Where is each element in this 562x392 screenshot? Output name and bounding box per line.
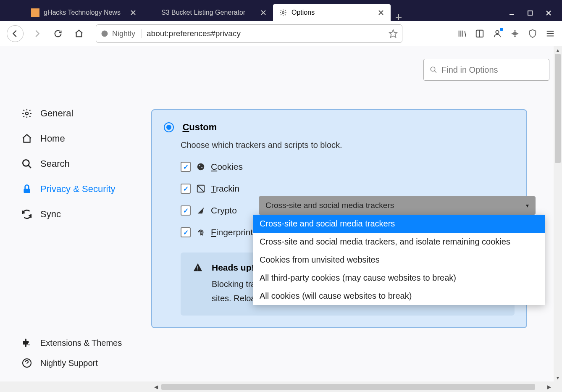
shield-icon[interactable] xyxy=(528,29,538,39)
scroll-right-arrow-icon[interactable]: ▶ xyxy=(544,384,554,390)
tab-label: gHacks Technology News xyxy=(44,9,121,16)
svg-point-0 xyxy=(282,12,284,14)
back-button[interactable] xyxy=(7,25,24,42)
scroll-left-arrow-icon[interactable]: ◀ xyxy=(151,384,160,390)
crypto-checkbox[interactable]: ✓ xyxy=(181,205,191,216)
tab-s3[interactable]: S3 Bucket Listing Generator xyxy=(143,4,273,21)
prefs-sidebar: General Home Search Privacy & Security S… xyxy=(0,46,151,381)
sidebar-item-sync[interactable]: Sync xyxy=(13,202,151,227)
gear-icon xyxy=(279,8,287,17)
close-window-button[interactable] xyxy=(546,10,551,16)
tracking-row: ✓ Trackin xyxy=(181,184,515,194)
tab-options[interactable]: Options xyxy=(273,4,391,21)
dropdown-selected-value: Cross-site and social media trackers xyxy=(265,201,394,210)
close-icon[interactable] xyxy=(377,9,385,16)
extension-icon[interactable] xyxy=(510,29,520,39)
svg-rect-20 xyxy=(197,266,198,268)
dropdown-option[interactable]: Cookies from unvisited websites xyxy=(253,251,545,269)
favicon-ghacks-icon xyxy=(31,8,39,17)
custom-radio[interactable] xyxy=(164,122,174,132)
svg-point-18 xyxy=(201,167,202,168)
fingerprint-icon xyxy=(196,227,206,237)
search-icon xyxy=(430,66,437,74)
svg-rect-1 xyxy=(528,11,532,15)
toolbar-icons xyxy=(457,29,555,39)
vertical-scrollbar[interactable]: ▲ ▼ xyxy=(554,46,562,381)
crypto-label: Crypto xyxy=(211,205,237,216)
tracking-icon xyxy=(196,184,206,194)
chevron-down-icon: ▾ xyxy=(526,202,529,209)
lock-icon xyxy=(21,183,33,195)
horizontal-scrollbar[interactable]: ◀ ▶ xyxy=(0,381,562,392)
tab-ghacks[interactable]: gHacks Technology News xyxy=(25,4,143,21)
svg-point-8 xyxy=(514,36,516,37)
crypto-icon xyxy=(196,205,206,216)
sidebar-extensions[interactable]: Extensions & Themes xyxy=(13,333,151,353)
custom-description: Choose which trackers and scripts to blo… xyxy=(181,140,515,150)
help-icon xyxy=(21,357,33,369)
sidebar-item-privacy[interactable]: Privacy & Security xyxy=(13,176,151,202)
cookies-row: ✓ Cookies xyxy=(181,162,515,172)
window-controls xyxy=(509,10,562,21)
tracking-checkbox[interactable]: ✓ xyxy=(181,184,191,194)
home-icon xyxy=(21,133,33,145)
scroll-thumb[interactable] xyxy=(161,384,535,390)
sidebar-item-search[interactable]: Search xyxy=(13,151,151,176)
dropdown-option[interactable]: Cross-site and social media trackers xyxy=(253,215,545,233)
cookies-checkbox[interactable]: ✓ xyxy=(181,162,191,172)
minimize-button[interactable] xyxy=(509,10,515,16)
cookies-dropdown-select[interactable]: Cross-site and social media trackers ▾ xyxy=(259,196,536,215)
puzzle-icon xyxy=(21,337,33,349)
sidebar-footer-label: Nightly Support xyxy=(40,358,98,368)
svg-rect-13 xyxy=(24,189,30,193)
dropdown-option[interactable]: All cookies (will cause websites to brea… xyxy=(253,287,545,305)
fingerprinters-checkbox[interactable]: ✓ xyxy=(181,227,191,237)
tab-label: S3 Bucket Listing Generator xyxy=(161,9,245,16)
warning-icon xyxy=(193,263,202,305)
svg-point-12 xyxy=(23,160,29,166)
scroll-thumb[interactable] xyxy=(555,54,561,163)
svg-point-7 xyxy=(514,30,516,32)
sidebar-item-label: Privacy & Security xyxy=(40,184,116,195)
close-icon[interactable] xyxy=(260,9,267,16)
scroll-down-arrow-icon[interactable]: ▼ xyxy=(554,374,562,381)
scroll-up-arrow-icon[interactable]: ▲ xyxy=(554,46,562,54)
sidebar-item-label: Search xyxy=(40,158,70,169)
tracking-label: Trackin xyxy=(211,184,239,194)
svg-point-21 xyxy=(197,269,198,270)
svg-point-2 xyxy=(102,31,108,37)
sidebar-item-general[interactable]: General xyxy=(13,101,151,126)
new-tab-button[interactable] xyxy=(391,13,407,21)
find-placeholder: Find in Options xyxy=(441,65,498,75)
firefox-icon xyxy=(100,29,109,38)
menu-icon[interactable] xyxy=(545,29,555,39)
bookmark-star-icon[interactable] xyxy=(389,29,398,38)
custom-label: CCustomustom xyxy=(182,122,217,132)
home-button[interactable] xyxy=(71,26,87,41)
url-bar[interactable]: Nightly xyxy=(96,24,402,43)
dropdown-option[interactable]: Cross-site and social media trackers, an… xyxy=(253,233,545,251)
search-icon xyxy=(21,158,33,170)
library-icon[interactable] xyxy=(457,29,467,39)
sidebar-item-home[interactable]: Home xyxy=(13,126,151,151)
svg-point-9 xyxy=(512,33,513,34)
close-icon[interactable] xyxy=(129,9,137,16)
navbar: Nightly xyxy=(0,21,562,46)
url-input[interactable] xyxy=(142,29,389,38)
tab-label: Options xyxy=(292,9,315,16)
dropdown-option[interactable]: All third-party cookies (may cause websi… xyxy=(253,269,545,287)
svg-point-5 xyxy=(496,31,499,34)
sidebar-footer-label: Extensions & Themes xyxy=(40,338,122,348)
svg-marker-3 xyxy=(389,30,397,37)
maximize-button[interactable] xyxy=(527,10,533,16)
svg-point-15 xyxy=(431,67,435,71)
find-in-options-input[interactable]: Find in Options xyxy=(423,59,549,81)
account-icon[interactable] xyxy=(492,29,502,39)
sidebar-support[interactable]: Nightly Support xyxy=(13,353,151,373)
sidebar-item-label: General xyxy=(40,108,73,119)
sidebar-item-label: Home xyxy=(40,133,65,144)
identity-box[interactable]: Nightly xyxy=(100,29,142,38)
identity-label: Nightly xyxy=(112,29,135,38)
reader-icon[interactable] xyxy=(475,29,485,39)
reload-button[interactable] xyxy=(50,26,66,41)
